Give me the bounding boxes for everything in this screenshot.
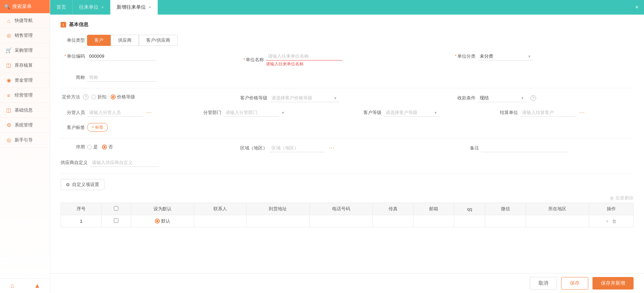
short-name-field: 简称 xyxy=(61,73,634,82)
sidebar-item-finance[interactable]: ◉ 资金管理 xyxy=(0,73,50,88)
manager-input[interactable] xyxy=(87,108,143,117)
short-name-input[interactable] xyxy=(87,73,157,82)
remark-input[interactable] xyxy=(481,144,568,152)
customer-level-field: 客户等级 请选择客户等级 ▼ xyxy=(361,108,497,117)
sidebar-search-label: 搜索菜单 xyxy=(12,3,32,10)
customer-price-level-select[interactable]: 请选择客户价格等级 xyxy=(269,94,339,102)
cancel-button[interactable]: 取消 xyxy=(530,277,557,290)
tab-home[interactable]: 首页 xyxy=(50,0,73,15)
supplier-custom-input[interactable] xyxy=(90,158,159,167)
tab-new-partner[interactable]: 新增往来单位 × xyxy=(110,0,158,15)
settlement-input[interactable] xyxy=(520,108,576,117)
unit-name-wrap: 请输入往来单位名称 xyxy=(266,52,343,67)
sidebar-item-label: 库存核算 xyxy=(15,62,33,68)
unit-category-select[interactable]: 未分类 xyxy=(478,52,533,60)
price-level-radio[interactable]: 价格等级 xyxy=(111,94,135,100)
pricing-row: 定价方法 ? 折扣 价格等级 客户价格等级 xyxy=(61,94,634,102)
customer-price-level-label: 客户价格等级 xyxy=(239,95,267,101)
tab-new-partner-close[interactable]: × xyxy=(149,5,151,10)
sidebar: 🔍 搜索菜单 ⌂ 快捷导航 ◎ 销售管理 🛒 采购管理 ◫ 库存核算 ◉ 资金管… xyxy=(0,0,50,293)
row-wechat xyxy=(485,215,526,227)
settlement-more-btn[interactable]: ··· xyxy=(578,109,586,116)
payment-terms-select[interactable]: 现结 xyxy=(478,94,526,102)
payment-terms-label: 收款条件 xyxy=(455,95,476,101)
unit-type-supplier-btn[interactable]: 供应商 xyxy=(111,35,139,46)
unit-code-label: *单位编码 xyxy=(61,53,85,59)
sidebar-home-btn[interactable]: ⌂ xyxy=(0,279,25,293)
col-contact: 联系人 xyxy=(194,203,246,215)
manager-more-btn[interactable]: ··· xyxy=(145,109,153,116)
short-name-row: 简称 xyxy=(61,73,634,82)
add-row-btn[interactable]: + xyxy=(606,219,609,224)
add-tag-button[interactable]: + 标签 xyxy=(87,123,108,132)
window-close-btn[interactable]: × xyxy=(630,0,644,15)
unit-type-both-btn[interactable]: 客户/供应商 xyxy=(139,35,178,46)
disabled-yes-circle xyxy=(87,145,92,149)
settlement-field: 结算单位 ··· xyxy=(497,108,634,117)
discount-label: 折扣 xyxy=(97,94,107,100)
unit-type-customer-btn[interactable]: 客户 xyxy=(87,35,111,46)
section-icon: i xyxy=(61,22,66,27)
col-operation: 操作 xyxy=(589,203,634,215)
unit-name-input[interactable] xyxy=(266,52,343,60)
unit-type-label: 单位类型 xyxy=(61,37,85,43)
sidebar-item-inventory[interactable]: ◫ 库存核算 xyxy=(0,58,50,73)
default-radio-circle xyxy=(155,219,160,223)
payment-help-icon[interactable]: ? xyxy=(531,95,536,101)
guide-icon: ◎ xyxy=(6,137,12,143)
unit-name-label: *单位名称 xyxy=(239,57,264,63)
customer-level-select[interactable]: 请选择客户等级 xyxy=(384,108,439,117)
sidebar-item-sales[interactable]: ◎ 销售管理 xyxy=(0,28,50,43)
disabled-yes-radio[interactable]: 是 xyxy=(87,144,98,150)
discount-radio[interactable]: 折扣 xyxy=(91,94,107,100)
disabled-yes-label: 是 xyxy=(93,144,98,150)
sidebar-search[interactable]: 🔍 搜索菜单 xyxy=(0,0,50,13)
row-address xyxy=(246,215,309,227)
tab-partners[interactable]: 往来单位 × xyxy=(73,0,110,15)
default-label: 默认 xyxy=(161,218,170,224)
required-mark: * xyxy=(64,54,66,59)
select-all-checkbox[interactable] xyxy=(114,206,118,211)
row-default-radio[interactable]: 默认 xyxy=(135,218,191,224)
row-checkbox[interactable] xyxy=(114,218,118,223)
sidebar-item-operations[interactable]: ≡ 经营管理 xyxy=(0,88,50,103)
sidebar-collapse-btn[interactable]: ▲ xyxy=(25,279,50,293)
dept-input[interactable] xyxy=(223,108,279,117)
disabled-field: 停用 是 否 xyxy=(61,144,239,150)
tags-label: 客户标签 xyxy=(61,124,85,131)
disabled-label: 停用 xyxy=(61,144,85,150)
unit-category-label: *单位分类 xyxy=(455,53,476,59)
finance-icon: ◉ xyxy=(6,77,12,83)
batch-delete-label[interactable]: 批量删除 xyxy=(615,195,634,201)
region-more-btn[interactable]: ··· xyxy=(327,145,336,151)
sidebar-bottom: ⌂ ▲ xyxy=(0,278,50,293)
delete-row-btn[interactable]: 🗑 xyxy=(612,219,616,224)
save-button[interactable]: 保存 xyxy=(561,277,588,290)
region-field: 区域（地区） ··· xyxy=(239,144,454,152)
sidebar-item-label: 新手引导 xyxy=(15,137,33,143)
tab-partners-close[interactable]: × xyxy=(101,5,104,10)
unit-category-field: *单位分类 未分类 ▼ xyxy=(455,52,634,60)
custom-settings-button[interactable]: ⚙ 自定义项设置 xyxy=(61,179,104,190)
col-default: 设为默认 xyxy=(131,203,194,215)
tab-home-label: 首页 xyxy=(56,4,66,10)
sidebar-item-quick-nav[interactable]: ⌂ 快捷导航 xyxy=(0,13,50,28)
col-address: 到货地址 xyxy=(246,203,309,215)
region-input[interactable] xyxy=(269,144,325,152)
sidebar-item-purchase[interactable]: 🛒 采购管理 xyxy=(0,43,50,58)
customer-price-level-wrap: 请选择客户价格等级 ▼ xyxy=(269,94,339,102)
unit-code-input[interactable] xyxy=(87,52,157,60)
disabled-no-radio[interactable]: 否 xyxy=(102,144,113,150)
payment-terms-field: 收款条件 现结 ▼ ? xyxy=(455,94,634,102)
save-new-button[interactable]: 保存并新增 xyxy=(592,277,634,290)
sidebar-item-guide[interactable]: ◎ 新手引导 xyxy=(0,133,50,148)
row-qq xyxy=(454,215,485,227)
sidebar-item-basic-info[interactable]: ◫ 基础信息 xyxy=(0,103,50,118)
sidebar-item-label: 销售管理 xyxy=(15,32,33,39)
pricing-help-icon[interactable]: ? xyxy=(83,94,88,100)
sidebar-item-system[interactable]: ⚙ 系统管理 xyxy=(0,118,50,133)
divider3 xyxy=(61,173,634,173)
tab-bar: 首页 往来单位 × 新增往来单位 × × xyxy=(50,0,644,15)
sidebar-item-label: 采购管理 xyxy=(15,47,33,54)
pricing-method-field: 定价方法 ? 折扣 价格等级 xyxy=(61,94,239,100)
